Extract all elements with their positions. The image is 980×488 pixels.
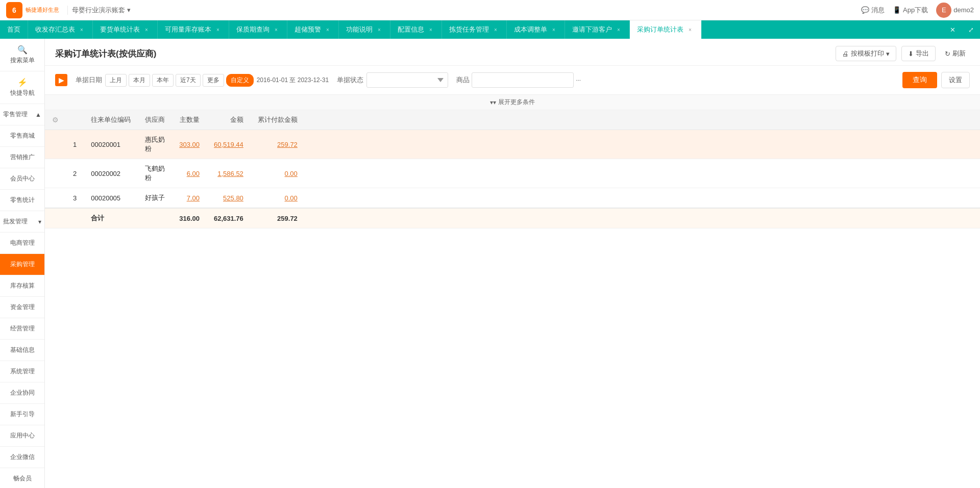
date-btn-more[interactable]: 更多 [203, 74, 224, 87]
date-btn-this-year[interactable]: 本年 [152, 74, 174, 87]
sidebar-item-vip[interactable]: 畅会员 [0, 468, 44, 488]
wholesale-section: 批发管理 ▾ [3, 217, 41, 226]
tab-purchase-order-stats[interactable]: 采购订单统计表 × [630, 20, 701, 39]
date-btn-this-month[interactable]: 本月 [129, 74, 150, 87]
main-qty-3: 7.00 [172, 188, 207, 209]
sidebar-item-search[interactable]: 🔍 搜索菜单 [0, 39, 44, 71]
row-settings-2 [45, 159, 66, 188]
sidebar-item-purchase[interactable]: 采购管理 [0, 254, 44, 275]
expand-label: 展开更多条件 [498, 98, 535, 107]
status-select[interactable] [366, 72, 448, 88]
nav-expand-button[interactable]: ⤢ [962, 20, 980, 39]
tab-cost-adjust[interactable]: 成本调整单 × [507, 20, 565, 39]
sidebar-item-retail-label: 零售管理 [3, 110, 28, 119]
sidebar-item-ecommerce[interactable]: 电商管理 [0, 233, 44, 254]
tab-overstock-label: 超储预警 [295, 25, 321, 34]
tab-close-icon[interactable]: × [143, 26, 150, 33]
tab-close-icon[interactable]: × [273, 26, 280, 33]
user-profile[interactable]: E demo2 [936, 3, 974, 18]
sidebar-item-inventory[interactable]: 库存核算 [0, 275, 44, 297]
tab-close-icon[interactable]: × [550, 26, 557, 33]
tab-invite-customer-label: 邀请下游客户 [572, 25, 612, 34]
footer-settings [45, 208, 66, 228]
tab-close-icon[interactable]: × [78, 26, 85, 33]
sidebar-item-retail-stats[interactable]: 零售统计 [0, 190, 44, 211]
sidebar-item-marketing[interactable]: 营销推广 [0, 147, 44, 168]
refresh-icon: ↻ [945, 50, 950, 58]
filter-toggle-button[interactable]: ▶ [55, 74, 67, 86]
sidebar-item-finance[interactable]: 资金管理 [0, 297, 44, 318]
tab-stock-book-label: 可用量库存账本 [165, 25, 211, 34]
expand-more-button[interactable]: ▾▾ 展开更多条件 [490, 98, 535, 107]
tab-config-info-label: 配置信息 [398, 25, 424, 34]
goods-search-input[interactable] [472, 72, 574, 88]
footer-extra [305, 208, 980, 228]
tab-close-icon[interactable]: × [427, 26, 434, 33]
print-icon: 🖨 [842, 50, 849, 58]
tab-stock-book[interactable]: 可用量库存账本 × [158, 20, 229, 39]
tab-close-icon[interactable]: × [492, 26, 499, 33]
sidebar-item-basic[interactable]: 基础信息 [0, 340, 44, 361]
sidebar-item-wholesale[interactable]: 批发管理 ▾ [0, 211, 44, 233]
paid-amount-1: 259.72 [251, 130, 305, 159]
export-button[interactable]: ⬇ 导出 [901, 46, 936, 61]
sidebar-item-member[interactable]: 会员中心 [0, 168, 44, 190]
footer-amount: 62,631.76 [207, 208, 251, 228]
sidebar-item-newbie[interactable]: 新手引导 [0, 404, 44, 425]
row-num-1: 1 [66, 130, 84, 159]
print-chevron-icon: ▾ [886, 50, 890, 58]
tab-expiry-query[interactable]: 保质期查询 × [229, 20, 287, 39]
tab-receive-summary[interactable]: 收发存汇总表 × [28, 20, 93, 39]
sidebar-item-appstore[interactable]: 应用中心 [0, 425, 44, 447]
tab-close-icon[interactable]: × [376, 26, 383, 33]
footer-num [66, 208, 84, 228]
date-btn-last-month[interactable]: 上月 [105, 74, 127, 87]
message-button[interactable]: 💬 消息 [861, 6, 885, 15]
table-body: 1 00020001 惠氏奶粉 303.00 60,519.44 259.72 … [45, 130, 980, 209]
tab-close-icon[interactable]: × [214, 26, 222, 33]
quick-nav-icon: ⚡ [17, 78, 28, 87]
print-button[interactable]: 🖨 按模板打印 ▾ [836, 46, 896, 61]
tab-close-icon[interactable]: × [615, 26, 622, 33]
goods-filter-label: 商品 [456, 75, 470, 85]
sidebar-item-wechat[interactable]: 企业微信 [0, 447, 44, 468]
nav-close-button[interactable]: ✕ [943, 20, 962, 39]
date-btn-7days[interactable]: 近7天 [176, 74, 201, 87]
sidebar-item-retail-mall[interactable]: 零售商城 [0, 125, 44, 147]
tab-close-icon[interactable]: × [687, 26, 694, 33]
tab-expiry-query-label: 保质期查询 [236, 25, 270, 34]
sidebar-item-system[interactable]: 系统管理 [0, 361, 44, 382]
sidebar-item-system-label: 系统管理 [10, 367, 35, 376]
tab-func-desc[interactable]: 功能说明 × [339, 20, 390, 39]
sidebar-item-quick-nav[interactable]: ⚡ 快捷导航 [0, 71, 44, 104]
main-layout: 🔍 搜索菜单 ⚡ 快捷导航 零售管理 ▲ 零售商城 营销推广 会员中心 零售统计… [0, 39, 980, 488]
supplier-name-3: 好孩子 [138, 188, 172, 209]
refresh-button[interactable]: ↻ 刷新 [941, 46, 970, 61]
tab-purchase-summary[interactable]: 要货单统计表 × [93, 20, 158, 39]
settings-button[interactable]: 设置 [941, 72, 970, 88]
query-button[interactable]: 查询 [902, 72, 937, 88]
tab-stow-task[interactable]: 拣货任务管理 × [442, 20, 507, 39]
column-settings-icon[interactable]: ⚙ [52, 116, 59, 124]
tab-close-icon[interactable]: × [324, 26, 331, 33]
sidebar-item-inventory-label: 库存核算 [10, 281, 35, 290]
tab-invite-customer[interactable]: 邀请下游客户 × [565, 20, 630, 39]
tab-overstock[interactable]: 超储预警 × [287, 20, 339, 39]
app-download-button[interactable]: 📱 App下载 [893, 6, 928, 15]
table-row: 2 00020002 飞鹤奶粉 6.00 1,586.52 0.00 [45, 159, 980, 188]
date-buttons: 上月 本月 本年 近7天 更多 自定义 [105, 74, 254, 87]
export-icon: ⬇ [908, 50, 914, 58]
th-main-qty: 主数量 [172, 110, 207, 130]
tab-config-info[interactable]: 配置信息 × [390, 20, 442, 39]
page-header: 采购订单统计表(按供应商) 🖨 按模板打印 ▾ ⬇ 导出 ↻ 刷新 [45, 39, 980, 66]
workspace-selector[interactable]: 母婴行业演示账套 ▾ [67, 6, 135, 15]
status-filter-group: 单据状态 [337, 72, 448, 88]
workspace-name: 母婴行业演示账套 [72, 6, 125, 15]
sidebar-item-enterprise[interactable]: 企业协同 [0, 382, 44, 404]
sidebar-item-retail[interactable]: 零售管理 ▲ [0, 104, 44, 125]
sidebar-item-wechat-label: 企业微信 [10, 453, 35, 461]
tab-home[interactable]: 首页 [0, 20, 28, 39]
goods-more-button[interactable]: ··· [576, 76, 581, 84]
sidebar-item-operation[interactable]: 经营管理 [0, 318, 44, 340]
date-btn-custom[interactable]: 自定义 [226, 74, 254, 87]
